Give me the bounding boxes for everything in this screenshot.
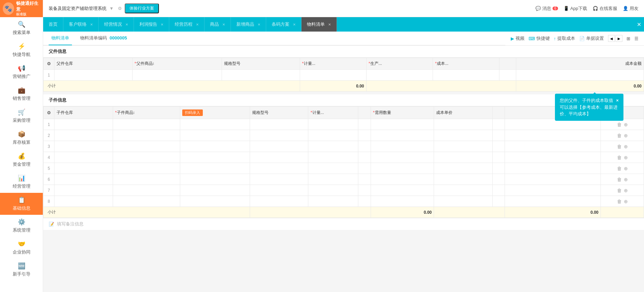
nav-tab-0[interactable]: 首页 [43, 17, 63, 32]
nav-next-btn[interactable]: ▶ [616, 35, 622, 42]
child-row-8-spec[interactable] [250, 196, 308, 207]
scan-btn[interactable]: 扫码录入 [182, 109, 203, 116]
sidebar-item-finance[interactable]: 💰资金管理 [0, 149, 43, 171]
child-row-4-qty-unit[interactable] [308, 152, 358, 163]
nav-tab-close-3[interactable]: ✕ [161, 23, 163, 26]
child-row-4-product[interactable] [113, 152, 180, 163]
sidebar-item-search[interactable]: 🔍搜索菜单 [0, 17, 43, 39]
delete-icon-4[interactable]: 🗑 [617, 155, 622, 160]
child-row-4-unit-cost[interactable] [434, 152, 493, 163]
nav-tab-2[interactable]: 经营情况✕ [99, 17, 134, 32]
sidebar-item-quick-nav[interactable]: ⚡快捷导航 [0, 39, 43, 61]
child-row-3-product[interactable] [113, 141, 180, 152]
nav-tab-close-6[interactable]: ✕ [258, 23, 260, 26]
child-row-6-spec[interactable] [250, 174, 308, 185]
child-row-4-warehouse[interactable] [54, 152, 113, 163]
child-row-6-warehouse[interactable] [54, 174, 113, 185]
trial-btn[interactable]: 体验行业方案 [125, 3, 159, 13]
sidebar-item-inventory[interactable]: 📦库存核算 [0, 127, 43, 149]
nav-tab-close-5[interactable]: ✕ [222, 23, 225, 26]
single-settings-btn[interactable]: 📄 单据设置 [579, 35, 604, 42]
child-row-2-needed[interactable] [371, 130, 434, 141]
delete-icon-3[interactable]: 🗑 [617, 144, 622, 149]
child-row-2-warehouse[interactable] [54, 130, 113, 141]
parent-row-1-cost[interactable] [433, 70, 499, 81]
child-row-4-spec[interactable] [250, 152, 308, 163]
grid-view-btn[interactable]: ⊞ [627, 36, 630, 41]
online-service-btn[interactable]: 🎧 在线客服 [593, 5, 617, 12]
child-row-3-unit-cost[interactable] [434, 141, 493, 152]
child-row-5-product[interactable] [113, 163, 180, 174]
child-row-2-product[interactable] [113, 130, 180, 141]
sidebar-item-operation[interactable]: 📊经营管理 [0, 171, 43, 193]
copy-icon-8[interactable]: ⊕ [624, 199, 628, 204]
nav-tab-1[interactable]: 客户联络✕ [63, 17, 99, 32]
child-row-8-warehouse[interactable] [54, 196, 113, 207]
child-row-3-spec[interactable] [250, 141, 308, 152]
child-row-4-needed[interactable] [371, 152, 434, 163]
child-settings-icon[interactable]: ⚙ [47, 110, 51, 115]
child-row-7-needed[interactable] [371, 185, 434, 196]
nav-tab-close-2[interactable]: ✕ [125, 23, 128, 26]
delete-icon-8[interactable]: 🗑 [617, 199, 622, 204]
shortcut-btn[interactable]: ⌨ 快捷键 [529, 35, 550, 42]
dropdown-icon[interactable]: ▼ [109, 6, 114, 11]
copy-icon-6[interactable]: ⊕ [624, 177, 628, 182]
nav-tab-7[interactable]: 条码方案✕ [266, 17, 301, 32]
child-row-2-qty-unit[interactable] [308, 130, 358, 141]
view-btn[interactable]: ▶ 视频 [511, 35, 524, 42]
parent-row-1-spec[interactable] [222, 70, 300, 81]
copy-icon-1[interactable]: ⊕ [624, 122, 628, 127]
sidebar-item-marketing[interactable]: 📢营销推广 [0, 61, 43, 83]
child-row-1-qty-unit[interactable] [308, 119, 358, 130]
child-row-5-qty-unit[interactable] [308, 163, 358, 174]
child-row-7-spec[interactable] [250, 185, 308, 196]
child-row-8-product[interactable] [113, 196, 180, 207]
delete-icon-5[interactable]: 🗑 [617, 166, 622, 171]
child-row-8-unit-cost[interactable] [434, 196, 493, 207]
app-download-btn[interactable]: 📱 App下载 [564, 5, 587, 12]
child-row-8-needed[interactable] [371, 196, 434, 207]
nav-tab-3[interactable]: 利润报告✕ [134, 17, 169, 32]
sidebar-item-basic[interactable]: 📋基础信息 [0, 193, 43, 215]
child-row-1-product[interactable] [113, 119, 180, 130]
child-row-1-unit-cost[interactable] [434, 119, 493, 130]
parent-row-1-product[interactable] [132, 70, 222, 81]
child-row-6-product[interactable] [113, 174, 180, 185]
parent-row-1-warehouse[interactable] [54, 70, 133, 81]
sidebar-item-guide[interactable]: 🆕新手引导 [0, 259, 43, 281]
sidebar-item-purchase[interactable]: 🛒采购管理 [0, 105, 43, 127]
nav-tab-close-7[interactable]: ✕ [293, 23, 296, 26]
child-row-5-spec[interactable] [250, 163, 308, 174]
nav-tab-5[interactable]: 商品✕ [205, 17, 231, 32]
user-btn[interactable]: 👤 用友 [623, 5, 639, 12]
child-row-6-qty-unit[interactable] [308, 174, 358, 185]
delete-icon-6[interactable]: 🗑 [617, 177, 622, 182]
child-row-7-product[interactable] [113, 185, 180, 196]
extract-cost-btn[interactable]: ↑ 提取成本 [554, 35, 575, 42]
copy-icon-7[interactable]: ⊕ [624, 188, 628, 193]
message-btn[interactable]: 💬 消息 6 [535, 5, 558, 12]
copy-icon-2[interactable]: ⊕ [624, 133, 628, 138]
child-row-8-qty-unit[interactable] [308, 196, 358, 207]
child-row-6-unit-cost[interactable] [434, 174, 493, 185]
nav-tab-6[interactable]: 新增商品✕ [231, 17, 266, 32]
child-row-3-warehouse[interactable] [54, 141, 113, 152]
sub-tab-code[interactable]: 物料清单编码 0000005 [77, 32, 130, 45]
nav-tab-close-1[interactable]: ✕ [90, 23, 93, 26]
child-row-6-needed[interactable] [371, 174, 434, 185]
sidebar-item-sales[interactable]: 💼销售管理 [0, 83, 43, 105]
child-row-2-unit-cost[interactable] [434, 130, 493, 141]
nav-close-btn[interactable]: ✕ [634, 21, 644, 28]
sidebar-item-enterprise[interactable]: 🤝企业协同 [0, 237, 43, 259]
child-row-2-spec[interactable] [250, 130, 308, 141]
delete-icon-7[interactable]: 🗑 [617, 188, 622, 193]
child-row-7-qty-unit[interactable] [308, 185, 358, 196]
child-row-5-unit-cost[interactable] [434, 163, 493, 174]
copy-icon-5[interactable]: ⊕ [624, 166, 628, 171]
parent-row-1-production[interactable] [366, 70, 433, 81]
delete-icon-2[interactable]: 🗑 [617, 133, 622, 138]
copy-icon-3[interactable]: ⊕ [624, 144, 628, 149]
child-row-1-warehouse[interactable] [54, 119, 113, 130]
child-row-7-unit-cost[interactable] [434, 185, 493, 196]
